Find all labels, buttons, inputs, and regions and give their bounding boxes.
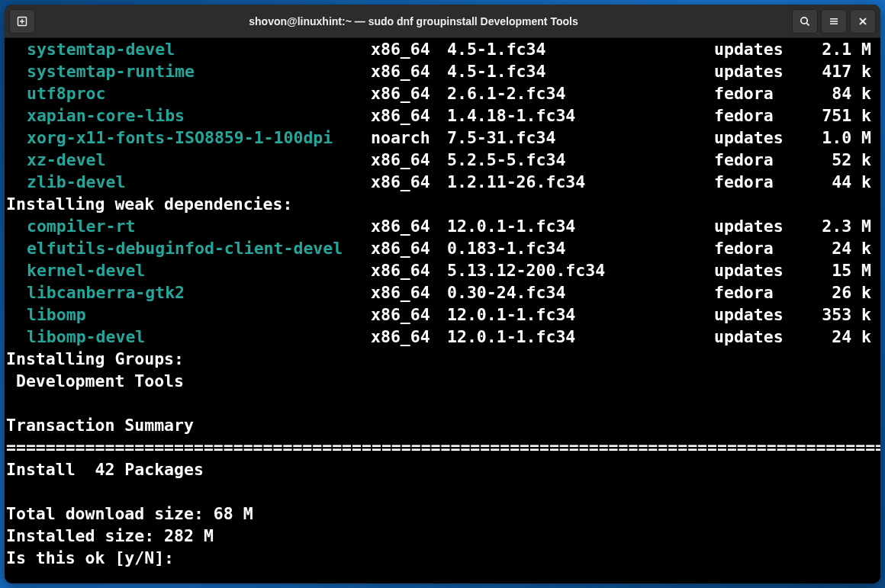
package-row: libomp-develx86_6412.0.1-1.fc34updates 2…: [6, 326, 880, 348]
package-row: libcanberra-gtk2x86_640.30-24.fc34fedora…: [6, 281, 880, 304]
package-name: compiler-rt: [6, 215, 371, 237]
blank-line: [6, 480, 880, 503]
blank-line: [6, 392, 880, 414]
package-arch: x86_64: [371, 171, 447, 193]
package-version: 2.6.1-2.fc34: [447, 82, 714, 104]
package-version: 5.2.5-5.fc34: [447, 149, 714, 171]
package-version: 5.13.12-200.fc34: [447, 259, 714, 281]
package-repo: fedora: [714, 149, 798, 171]
package-arch: x86_64: [371, 82, 447, 104]
svg-rect-6: [830, 21, 838, 22]
package-arch: x86_64: [371, 237, 447, 259]
package-name: libomp-devel: [6, 326, 371, 348]
package-size: 24 k: [798, 326, 880, 348]
window-title: shovon@linuxhint:~ — sudo dnf groupinsta…: [35, 15, 792, 27]
package-size: 84 k: [798, 82, 880, 104]
new-tab-button[interactable]: [9, 9, 35, 34]
package-repo: updates: [714, 259, 798, 281]
terminal-window: shovon@linuxhint:~ — sudo dnf groupinsta…: [5, 5, 880, 583]
package-row: kernel-develx86_645.13.12-200.fc34update…: [6, 259, 880, 281]
package-repo: fedora: [714, 237, 798, 259]
package-version: 12.0.1-1.fc34: [447, 326, 714, 348]
package-arch: x86_64: [371, 38, 447, 60]
package-version: 12.0.1-1.fc34: [447, 215, 714, 237]
weak-deps-header: Installing weak dependencies:: [6, 193, 880, 215]
package-size: 15 M: [798, 259, 880, 281]
svg-line-4: [806, 23, 809, 25]
separator-line: ========================================…: [6, 436, 880, 458]
package-repo: updates: [714, 304, 798, 326]
package-arch: x86_64: [371, 60, 447, 82]
package-size: 26 k: [798, 281, 880, 304]
package-row: xapian-core-libsx86_641.4.18-1.fc34fedor…: [6, 104, 880, 127]
package-size: 24 k: [798, 237, 880, 259]
package-row: xorg-x11-fonts-ISO8859-1-100dpinoarch7.5…: [6, 127, 880, 149]
download-size: Total download size: 68 M: [6, 503, 880, 525]
package-size: 751 k: [798, 104, 880, 127]
package-arch: x86_64: [371, 259, 447, 281]
package-repo: fedora: [714, 104, 798, 127]
package-repo: fedora: [714, 171, 798, 193]
menu-button[interactable]: [821, 9, 847, 34]
package-size: 417 k: [798, 60, 880, 82]
package-row: compiler-rtx86_6412.0.1-1.fc34updates2.3…: [6, 215, 880, 237]
package-name: zlib-devel: [6, 171, 371, 193]
package-size: 1.0 M: [798, 127, 880, 149]
package-name: elfutils-debuginfod-client-devel: [6, 237, 371, 259]
package-row: elfutils-debuginfod-client-develx86_640.…: [6, 237, 880, 259]
svg-rect-5: [830, 18, 838, 20]
package-name: libcanberra-gtk2: [6, 281, 371, 304]
svg-point-3: [801, 17, 807, 23]
package-version: 4.5-1.fc34: [447, 60, 714, 82]
package-version: 0.183-1.fc34: [447, 237, 714, 259]
package-arch: x86_64: [371, 215, 447, 237]
summary-header: Transaction Summary: [6, 414, 880, 436]
package-row: utf8procx86_642.6.1-2.fc34fedora 84 k: [6, 82, 880, 104]
package-arch: x86_64: [371, 304, 447, 326]
package-arch: x86_64: [371, 149, 447, 171]
confirm-prompt: Is this ok [y/N]:: [6, 547, 880, 569]
package-version: 0.30-24.fc34: [447, 281, 714, 304]
package-row: libompx86_6412.0.1-1.fc34updates353 k: [6, 304, 880, 326]
package-repo: updates: [714, 215, 798, 237]
package-name: utf8proc: [6, 82, 371, 104]
svg-rect-7: [830, 23, 838, 24]
package-name: xorg-x11-fonts-ISO8859-1-100dpi: [6, 127, 371, 149]
package-size: 44 k: [798, 171, 880, 193]
package-row: systemtap-runtimex86_644.5-1.fc34updates…: [6, 60, 880, 82]
package-size: 52 k: [798, 149, 880, 171]
package-version: 7.5-31.fc34: [447, 127, 714, 149]
package-repo: fedora: [714, 82, 798, 104]
package-version: 4.5-1.fc34: [447, 38, 714, 60]
package-repo: updates: [714, 38, 798, 60]
package-name: libomp: [6, 304, 371, 326]
installed-size: Installed size: 282 M: [6, 525, 880, 547]
package-arch: x86_64: [371, 281, 447, 304]
titlebar: shovon@linuxhint:~ — sudo dnf groupinsta…: [5, 5, 880, 38]
package-row: zlib-develx86_641.2.11-26.fc34fedora 44 …: [6, 171, 880, 193]
package-name: xz-devel: [6, 149, 371, 171]
terminal-content[interactable]: systemtap-develx86_644.5-1.fc34updates2.…: [5, 38, 880, 583]
close-button[interactable]: [850, 9, 876, 34]
package-size: 353 k: [798, 304, 880, 326]
package-version: 12.0.1-1.fc34: [447, 304, 714, 326]
package-size: 2.1 M: [798, 38, 880, 60]
package-arch: x86_64: [371, 104, 447, 127]
package-version: 1.2.11-26.fc34: [447, 171, 714, 193]
package-repo: updates: [714, 127, 798, 149]
install-count: Install 42 Packages: [6, 458, 880, 480]
package-size: 2.3 M: [798, 215, 880, 237]
package-name: kernel-devel: [6, 259, 371, 281]
package-repo: fedora: [714, 281, 798, 304]
package-arch: x86_64: [371, 326, 447, 348]
package-repo: updates: [714, 326, 798, 348]
package-name: xapian-core-libs: [6, 104, 371, 127]
package-arch: noarch: [371, 127, 447, 149]
groups-header: Installing Groups:: [6, 348, 880, 370]
group-name: Development Tools: [6, 370, 880, 392]
package-version: 1.4.18-1.fc34: [447, 104, 714, 127]
package-row: xz-develx86_645.2.5-5.fc34fedora 52 k: [6, 149, 880, 171]
package-name: systemtap-runtime: [6, 60, 371, 82]
search-button[interactable]: [792, 9, 818, 34]
package-repo: updates: [714, 60, 798, 82]
